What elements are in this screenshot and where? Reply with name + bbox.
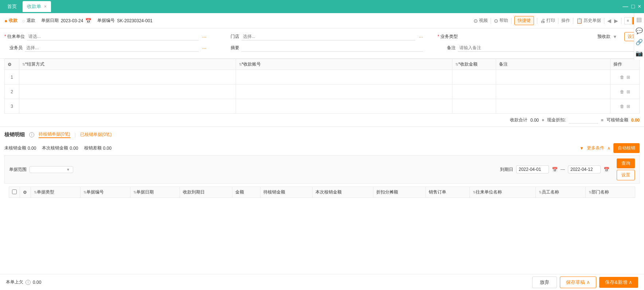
sidebar-link-icon[interactable]: 🔗	[636, 39, 643, 46]
row-remark-1[interactable]	[496, 70, 610, 85]
verify-info-icon[interactable]: i	[29, 132, 34, 137]
select-all-checkbox[interactable]	[12, 189, 17, 194]
radio-shoukuan-label: 收款	[9, 17, 17, 24]
row-remark-2[interactable]	[496, 85, 610, 99]
sort-staff-icon[interactable]: ⇅	[539, 190, 542, 194]
calendar-icon[interactable]: 📅	[85, 18, 91, 24]
save-draft-btn[interactable]: 保存草稿 ∧	[560, 277, 596, 288]
delete-icon-1[interactable]: 🗑	[620, 75, 624, 80]
this-bill-info-icon[interactable]: i	[25, 280, 31, 285]
row-remark-3[interactable]	[496, 99, 610, 114]
video-btn[interactable]: ⊙ 视频	[474, 17, 488, 24]
th-remark-label: 备注	[499, 61, 508, 67]
remark-input[interactable]	[458, 44, 640, 52]
range-select[interactable]: ▼	[30, 166, 73, 173]
abandon-btn[interactable]: 放弃	[532, 277, 557, 288]
row-settlement-2[interactable]	[19, 85, 236, 99]
sort-dept-icon[interactable]: ⇅	[589, 190, 592, 194]
save-new-btn[interactable]: 保存&新增 ∧	[599, 277, 638, 288]
settings-icon[interactable]: ⚙	[8, 62, 12, 67]
date-value[interactable]: 2023-03-24	[61, 18, 83, 23]
collapse-icon[interactable]: ∧	[607, 146, 610, 151]
row-account-1[interactable]	[236, 70, 452, 85]
more-conditions-icon[interactable]: ▼	[580, 146, 584, 151]
th-amount: 金额	[232, 187, 260, 198]
radio-shoukuan[interactable]: ● 收款	[4, 17, 17, 24]
sort-amount-icon[interactable]: ⇅	[455, 62, 458, 66]
sort-bill-type-icon[interactable]: ⇅	[34, 190, 37, 194]
row-action-1: 🗑 ⊞	[610, 70, 640, 85]
th-settings-bottom[interactable]: ⚙	[20, 187, 31, 198]
print-btn[interactable]: 🖨 打印	[540, 17, 555, 24]
copy-icon-1[interactable]: ⊞	[627, 75, 630, 80]
sort-bill-date-icon[interactable]: ⇅	[133, 190, 136, 194]
th-bill-date: ⇅ 单据日期	[130, 187, 180, 198]
tab-active[interactable]: 收款单 ×	[23, 1, 51, 12]
maximize-icon[interactable]: □	[631, 3, 635, 10]
table-settings-th[interactable]: ⚙	[5, 59, 19, 70]
divider-4	[558, 18, 558, 24]
due-date-start[interactable]	[516, 165, 549, 173]
row-amount-1[interactable]	[452, 70, 496, 85]
save-new-label: 保存&新增	[605, 279, 627, 286]
sidebar-camera-icon[interactable]: 📷	[636, 50, 643, 57]
staff-input[interactable]	[25, 44, 199, 52]
tab-close-icon[interactable]: ×	[44, 4, 47, 9]
tab-bar-left: 首页 收款单 ×	[3, 1, 51, 12]
store-more-icon[interactable]: ···	[419, 34, 423, 40]
nav-next-icon[interactable]: ▶	[614, 18, 618, 24]
close-window-icon[interactable]: ×	[638, 3, 641, 10]
tab-home[interactable]: 首页	[3, 1, 21, 12]
total-label: 收款合计	[510, 117, 527, 123]
nav-prev-icon[interactable]: ◀	[607, 18, 611, 24]
counterparty-input[interactable]	[27, 33, 199, 40]
row-amount-3[interactable]	[452, 99, 496, 114]
due-date-end[interactable]	[568, 165, 601, 173]
copy-icon-3[interactable]: ⊞	[627, 104, 630, 109]
shortcut-btn[interactable]: 快捷键	[514, 16, 534, 25]
row-account-2[interactable]	[236, 85, 452, 99]
sort-settlement-icon[interactable]: ⇅	[22, 62, 25, 66]
operation-btn[interactable]: 操作	[561, 17, 570, 24]
auto-verify-btn[interactable]: 自动核销	[613, 143, 640, 153]
radio-tuikuan[interactable]: ○ 退款	[22, 17, 35, 24]
row-settlement-1[interactable]	[19, 70, 236, 85]
th-pending-verify: 待核销金额	[260, 187, 313, 198]
number-value: SK-20230324-001	[117, 18, 152, 23]
help-btn[interactable]: ⊙ 帮助	[494, 17, 508, 24]
business-type-arrow[interactable]: ▼	[613, 34, 617, 39]
layout-list-btn[interactable]: ≡	[624, 17, 632, 24]
row-account-3[interactable]	[236, 99, 452, 114]
discount-input[interactable]	[569, 117, 598, 124]
staff-more-icon[interactable]: ···	[202, 45, 207, 51]
cal-start-icon[interactable]: 📅	[552, 167, 558, 172]
sort-bill-no-icon[interactable]: ⇅	[83, 190, 86, 194]
cal-end-icon[interactable]: 📅	[604, 167, 609, 172]
counterparty-more-icon[interactable]: ···	[202, 34, 207, 40]
delete-icon-2[interactable]: 🗑	[620, 89, 624, 94]
sort-counterparty-icon[interactable]: ⇅	[473, 190, 476, 194]
store-input[interactable]	[242, 33, 415, 40]
staff-field: 业务员 ···	[4, 44, 207, 52]
copy-icon-2[interactable]: ⊞	[627, 89, 630, 94]
more-conditions-label[interactable]: 更多条件	[587, 145, 604, 151]
row-amount-2[interactable]	[452, 85, 496, 99]
current-verify-stat: 本次核销金额 0.00	[42, 145, 78, 151]
row-settlement-3[interactable]	[19, 99, 236, 114]
query-btn[interactable]: 查询	[617, 158, 635, 168]
pending-tab[interactable]: 待核销单据(0笔)	[39, 131, 70, 138]
delete-icon-3[interactable]: 🗑	[620, 104, 624, 109]
unverified-value: 0.00	[28, 146, 36, 151]
sidebar-table-icon[interactable]: ▤	[636, 16, 642, 23]
number-field: 单据编号 SK-20230324-001	[97, 17, 152, 24]
divider-3	[537, 18, 537, 24]
done-tab[interactable]: 已核销单据(0笔)	[80, 132, 112, 138]
sidebar-chat-icon[interactable]: 💬	[636, 27, 643, 34]
bottom-table: ⚙ ⇅ 单据类型 ⇅ 单据编号	[9, 187, 635, 198]
sort-account-icon[interactable]: ⇅	[239, 62, 242, 66]
summary-input[interactable]	[242, 44, 423, 52]
filter-settings-btn[interactable]: 设置	[617, 170, 635, 180]
history-btn[interactable]: 📋 历史单据	[576, 17, 601, 24]
minimize-icon[interactable]: —	[623, 3, 628, 10]
discount-label: 现金折扣:	[547, 117, 566, 123]
